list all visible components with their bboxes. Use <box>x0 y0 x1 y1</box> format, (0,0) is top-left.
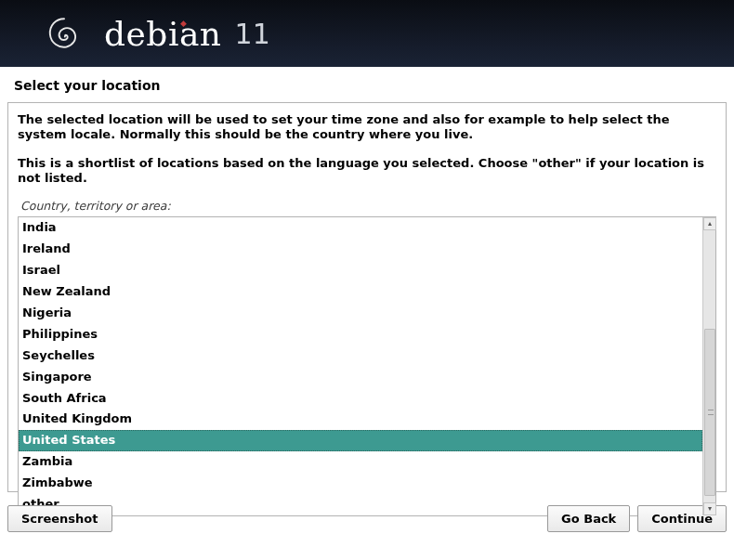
scroll-thumb[interactable] <box>704 329 715 496</box>
screenshot-button[interactable]: Screenshot <box>7 505 112 532</box>
location-item[interactable]: Zambia <box>19 451 702 473</box>
version-text: 11 <box>235 18 270 50</box>
description-text-2: This is a shortlist of locations based o… <box>18 156 716 187</box>
location-item[interactable]: South Africa <box>19 388 702 410</box>
location-item[interactable]: Zimbabwe <box>19 473 702 494</box>
location-item[interactable]: Israel <box>19 260 702 281</box>
location-item[interactable]: India <box>19 217 702 239</box>
go-back-button[interactable]: Go Back <box>547 505 630 532</box>
location-item[interactable]: United States <box>19 430 702 451</box>
location-item[interactable]: Ireland <box>19 239 702 260</box>
diamond-accent-icon: ◆ <box>180 19 187 28</box>
location-item[interactable]: New Zealand <box>19 281 702 303</box>
scrollbar[interactable]: ▴ ▾ <box>702 217 715 515</box>
location-listbox[interactable]: IndiaIrelandIsraelNew ZealandNigeriaPhil… <box>18 216 716 516</box>
debian-swirl-logo <box>45 15 84 54</box>
brand-text: debian ◆ <box>104 15 222 53</box>
location-item[interactable]: Seychelles <box>19 345 702 367</box>
scroll-up-icon[interactable]: ▴ <box>703 217 716 230</box>
scroll-down-icon[interactable]: ▾ <box>703 502 716 515</box>
location-item[interactable]: Philippines <box>19 324 702 345</box>
location-item[interactable]: Singapore <box>19 367 702 388</box>
main-panel: The selected location will be used to se… <box>7 102 727 492</box>
location-item[interactable]: United Kingdom <box>19 409 702 430</box>
step-title: Select your location <box>0 67 734 102</box>
description-text-1: The selected location will be used to se… <box>18 112 716 143</box>
location-item[interactable]: Nigeria <box>19 303 702 324</box>
list-caption: Country, territory or area: <box>20 199 716 213</box>
installer-header: debian ◆ 11 <box>0 0 734 67</box>
